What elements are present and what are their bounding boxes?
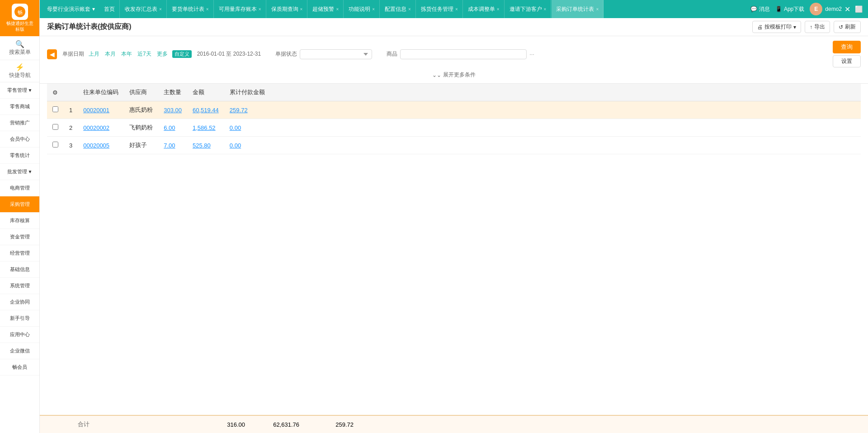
nav-tab-invite-downstream[interactable]: 邀请下游客户 ×	[505, 0, 552, 18]
refresh-icon: ↺	[839, 24, 843, 30]
top-nav: 母婴行业演示账套 ▾ 首页 收发存汇总表 × 要货单统计表 × 可用量库存账本 …	[40, 0, 868, 18]
refresh-label: 刷新	[845, 23, 856, 31]
row-paid-amount: 0.00	[224, 137, 270, 154]
sidebar-item-retail-stats[interactable]: 零售统计	[0, 148, 39, 164]
col-header-amount: 金额	[187, 84, 224, 101]
table-body: 1 00020001 惠氏奶粉 303.00 60,519.44 259.72 …	[47, 101, 861, 154]
status-filter-group: 单据状态	[275, 49, 372, 59]
close-tab-pick-task[interactable]: ×	[455, 7, 458, 12]
date-shortcut-7days[interactable]: 近7天	[136, 50, 153, 58]
nav-tab-function-guide[interactable]: 功能说明 ×	[344, 0, 380, 18]
nav-tab-receive-summary[interactable]: 收发存汇总表 ×	[120, 0, 167, 18]
table-row[interactable]: 3 00020005 好孩子 7.00 525.80 0.00	[47, 137, 861, 154]
table-area: ⚙ 往来单位编码 供应商 主数量 金额 累计付款金额 1 00020001 惠氏…	[40, 84, 868, 415]
nav-tab-cost-adjust[interactable]: 成本调整单 ×	[463, 0, 505, 18]
filter-area: ◀ 单据日期 上月 本月 本年 近7天 更多 自定义 2016-01-01 至 …	[40, 36, 868, 84]
expand-more-btn[interactable]: ⌄⌄ 展开更多条件	[432, 71, 476, 79]
table-row[interactable]: 1 00020001 惠氏奶粉 303.00 60,519.44 259.72	[47, 101, 861, 119]
expand-window-btn[interactable]: ⬜	[853, 5, 864, 13]
sidebar-item-app-center[interactable]: 应用中心	[0, 327, 39, 343]
sidebar-item-new-guide[interactable]: 新手引导	[0, 310, 39, 327]
status-filter-select[interactable]	[300, 49, 372, 59]
sidebar-item-inventory-check[interactable]: 库存核算	[0, 213, 39, 229]
sidebar-item-member-center[interactable]: 会员中心	[0, 131, 39, 148]
row-amount: 525.80	[187, 137, 224, 154]
app-logo[interactable]: 畅 畅捷通好生意 标版	[0, 0, 39, 36]
sidebar-item-retail-mall[interactable]: 零售商城	[0, 99, 39, 115]
date-shortcut-this-year[interactable]: 本年	[119, 50, 134, 58]
header-actions: 🖨 按模板打印 ▾ ↑ 导出 ↺ 刷新	[752, 21, 861, 33]
nav-tab-over-storage[interactable]: 超储预警 ×	[308, 0, 344, 18]
nav-tab-purchase-order-stats[interactable]: 采购订单统计表 ×	[552, 0, 604, 18]
nav-tab-pick-task[interactable]: 拣货任务管理 ×	[416, 0, 463, 18]
sidebar-item-wholesale-manage[interactable]: 批发管理 ▼	[0, 164, 39, 180]
sidebar-item-purchase-manage[interactable]: 采购管理	[0, 196, 39, 213]
date-shortcut-prev-month[interactable]: 上月	[87, 50, 101, 58]
setting-btn[interactable]: 设置	[833, 55, 861, 67]
close-tab-expiry-query[interactable]: ×	[300, 7, 303, 12]
nav-tab-config-info[interactable]: 配置信息 ×	[380, 0, 416, 18]
row-supplier: 飞鹤奶粉	[124, 119, 158, 137]
row-paid-amount: 0.00	[224, 119, 270, 137]
query-btn[interactable]: 查询	[833, 41, 861, 53]
nav-tabs: 首页 收发存汇总表 × 要货单统计表 × 可用量库存账本 × 保质期查询 × 超…	[99, 0, 746, 18]
table-row[interactable]: 2 00020002 飞鹤奶粉 6.00 1,586.52 0.00	[47, 119, 861, 137]
nav-tab-home[interactable]: 首页	[99, 0, 120, 18]
goods-filter-input[interactable]	[400, 49, 527, 59]
sidebar-item-operation-manage[interactable]: 经营管理	[0, 245, 39, 262]
goods-filter-group: 商品 ···	[387, 49, 534, 59]
template-print-btn[interactable]: 🖨 按模板打印 ▾	[752, 21, 801, 33]
date-shortcut-more[interactable]: 更多	[155, 50, 170, 58]
close-tab-order-stats[interactable]: ×	[206, 7, 209, 12]
close-tab-invite-downstream[interactable]: ×	[544, 7, 547, 12]
refresh-btn[interactable]: ↺ 刷新	[834, 21, 861, 33]
close-tab-config-info[interactable]: ×	[408, 7, 411, 12]
row-checkbox[interactable]	[47, 137, 64, 154]
row-checkbox[interactable]	[47, 119, 64, 137]
col-header-extra	[270, 84, 861, 101]
col-header-qty: 主数量	[158, 84, 187, 101]
close-window-btn[interactable]: ✕	[843, 5, 852, 14]
message-btn[interactable]: 💬 消息	[750, 5, 770, 13]
col-header-supplier: 供应商	[124, 84, 158, 101]
goods-filter-label: 商品	[387, 50, 397, 58]
header-bar: 采购订单统计表(按供应商) 🖨 按模板打印 ▾ ↑ 导出 ↺ 刷新	[40, 18, 868, 36]
message-label: 消息	[759, 5, 770, 13]
sidebar-item-capital-manage[interactable]: 资金管理	[0, 229, 39, 245]
date-shortcut-this-month[interactable]: 本月	[103, 50, 118, 58]
top-nav-actions: 💬 消息 📱 App下载 E demo2	[750, 3, 842, 15]
nav-tab-expiry-query[interactable]: 保质期查询 ×	[267, 0, 308, 18]
user-area[interactable]: E demo2	[810, 3, 842, 15]
close-tab-available-inventory[interactable]: ×	[259, 7, 261, 12]
row-seq: 2	[64, 119, 78, 137]
app-download-icon: 📱	[775, 6, 782, 12]
app-download-btn[interactable]: 📱 App下载	[775, 5, 804, 13]
close-tab-over-storage[interactable]: ×	[336, 7, 339, 12]
export-btn[interactable]: ↑ 导出	[805, 21, 830, 33]
sidebar-item-enterprise-collab[interactable]: 企业协同	[0, 294, 39, 310]
sidebar-item-ecommerce-manage[interactable]: 电商管理	[0, 180, 39, 196]
nav-tab-order-stats[interactable]: 要货单统计表 ×	[167, 0, 214, 18]
col-header-paid-amount: 累计付款金额	[224, 84, 270, 101]
row-unit-code: 00020005	[78, 137, 124, 154]
filter-row: ◀ 单据日期 上月 本月 本年 近7天 更多 自定义 2016-01-01 至 …	[47, 41, 861, 67]
sidebar-item-member-club[interactable]: 畅会员	[0, 359, 39, 376]
main-content: 母婴行业演示账套 ▾ 首页 收发存汇总表 × 要货单统计表 × 可用量库存账本 …	[40, 0, 868, 433]
row-checkbox[interactable]	[47, 101, 64, 119]
close-tab-purchase-order-stats[interactable]: ×	[596, 7, 599, 12]
close-tab-function-guide[interactable]: ×	[372, 7, 375, 12]
col-header-settings[interactable]: ⚙	[47, 84, 64, 101]
sidebar-item-system-manage[interactable]: 系统管理	[0, 278, 39, 294]
sidebar-item-basic-info[interactable]: 基础信息	[0, 262, 39, 278]
quick-nav[interactable]: ⚡ 快捷导航	[0, 60, 39, 82]
close-tab-cost-adjust[interactable]: ×	[497, 7, 500, 12]
search-menu[interactable]: 🔍 搜索菜单	[0, 36, 39, 60]
nav-tab-available-inventory[interactable]: 可用量库存账本 ×	[214, 0, 266, 18]
sidebar-item-marketing[interactable]: 营销推广	[0, 115, 39, 131]
sidebar-item-retail-manage[interactable]: 零售管理 ▼	[0, 82, 39, 99]
workspace-selector[interactable]: 母婴行业演示账套 ▾	[43, 4, 99, 15]
sidebar-item-enterprise-wechat[interactable]: 企业微信	[0, 343, 39, 359]
close-tab-receive-summary[interactable]: ×	[159, 7, 162, 12]
date-range-group: 2016-01-01 至 2023-12-31	[197, 50, 261, 58]
filter-toggle-btn[interactable]: ◀	[47, 49, 57, 59]
